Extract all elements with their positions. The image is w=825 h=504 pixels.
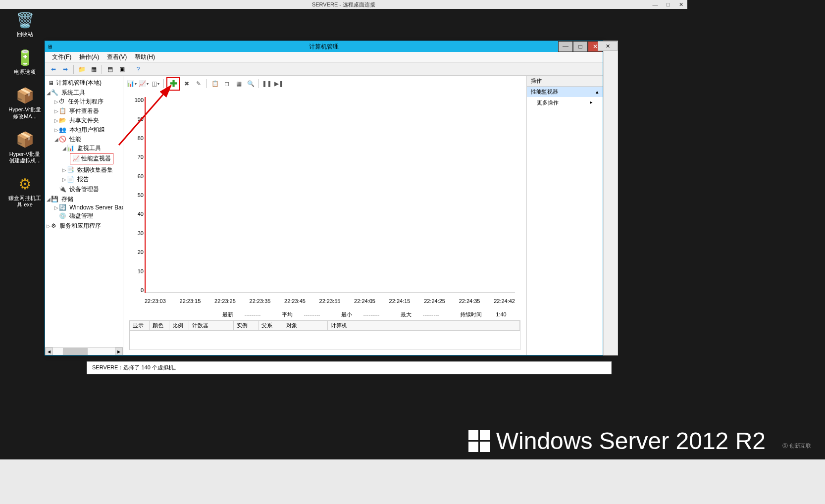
desktop-background: SERVERE - 远程桌面连接 — □ ✕ 🗑️ 回收站 🔋 电源选项 📦 H… (0, 0, 825, 504)
desktop-icon-hyperv-ma[interactable]: 📦 Hyper-Vr批量修改MA... (7, 85, 42, 119)
actions-more[interactable]: 更多操作▸ (527, 97, 603, 108)
navigation-tree[interactable]: 🖥 计算机管理(本地) ◢🔧 系统工具 ▷⏱ 任务计划程序 ▷📋 事件查看器 ▷… (45, 76, 123, 355)
tree-disk-mgmt[interactable]: 磁盘管理 (68, 212, 95, 220)
main-panel: 📊 📈 ◫ ✚ ✖ ✎ 📋 ◻ ▦ 🔍 (123, 76, 526, 355)
tree-root[interactable]: 🖥 计算机管理(本地) (46, 78, 122, 88)
refresh-icon[interactable]: ▣ (116, 64, 127, 75)
windows-server-logo: Windows Server 2012 R2 (468, 427, 766, 454)
properties-icon[interactable]: ▦ (88, 64, 99, 75)
cm-toolbar: ⬅ ➡ 📁 ▦ ▤ ▣ ? (45, 63, 603, 76)
add-counter-highlight: ✚ (166, 77, 180, 91)
counter-table[interactable]: 显示 颜色 比例 计数器 实例 父系 对象 计算机 (129, 320, 520, 350)
cm-title-text: 计算机管理 (309, 43, 339, 51)
tree-performance-monitor[interactable]: 📈 性能监视器 (70, 153, 113, 164)
menu-view[interactable]: 查看(V) (104, 52, 130, 62)
tree-device-manager[interactable]: 设备管理器 (68, 185, 101, 193)
background-close[interactable]: ✕ (598, 41, 618, 51)
actions-header: 操作 (527, 76, 603, 87)
tree-task-scheduler[interactable]: 任务计划程序 (66, 98, 105, 105)
scroll-right-icon[interactable]: ▶ (115, 348, 123, 355)
rdp-minimize[interactable]: — (649, 0, 662, 9)
rdp-window: SERVERE - 远程桌面连接 — □ ✕ 🗑️ 回收站 🔋 电源选项 📦 H… (0, 0, 687, 376)
update-icon[interactable]: ▶❚ (273, 78, 284, 89)
cm-titlebar: 🖥 计算机管理 — □ ✕ (45, 41, 603, 52)
rdp-maximize[interactable]: □ (662, 0, 674, 9)
help-icon[interactable]: ? (133, 64, 144, 75)
scroll-thumb[interactable] (63, 348, 88, 355)
recycle-icon: 🗑️ (15, 10, 35, 30)
tree-monitoring-tools[interactable]: 监视工具 (76, 144, 103, 152)
desktop-icon-tool[interactable]: ⚙ 赚盒网挂机工具.exe (7, 174, 42, 208)
desktop-icon-hyperv-create[interactable]: 📦 Hyper-V批量创建虚拟机... (7, 130, 42, 164)
status-bar: SERVERE：选择了 140 个虚拟机。 (87, 361, 612, 374)
y-axis-labels: 1009080706050403020100 (130, 97, 144, 293)
paste-icon[interactable]: ◻ (221, 78, 232, 89)
properties-icon[interactable]: ▦ (233, 78, 244, 89)
tree-performance[interactable]: 性能 (68, 135, 83, 143)
cm-maximize[interactable]: □ (573, 41, 588, 52)
col-computer[interactable]: 计算机 (328, 321, 520, 330)
archive-icon: 📦 (15, 85, 35, 105)
view-type-icon[interactable]: 📊 (126, 78, 137, 89)
cm-icon: 🖥 (47, 44, 52, 50)
tree-shared-folders[interactable]: 共享文件夹 (68, 116, 101, 124)
collapse-icon: ▴ (596, 89, 599, 95)
desktop-icon-power[interactable]: 🔋 电源选项 (7, 48, 42, 75)
status-text: SERVERE：选择了 140 个虚拟机。 (92, 364, 179, 370)
background-panel: ✕ (603, 41, 618, 355)
tree-wsb[interactable]: Windows Server Back (68, 203, 123, 211)
desktop-icon-recycle[interactable]: 🗑️ 回收站 (7, 10, 42, 38)
cm-minimize[interactable]: — (558, 41, 573, 52)
x-axis-labels: 22:23:0322:23:1522:23:2522:23:3522:23:45… (145, 298, 515, 304)
tree-reports[interactable]: 报告 (76, 175, 91, 183)
col-parent[interactable]: 父系 (258, 321, 283, 330)
rdp-title-text: SERVERE - 远程桌面连接 (312, 1, 375, 8)
view-log-icon[interactable]: ◫ (150, 78, 161, 89)
tree-event-viewer[interactable]: 事件查看器 (68, 107, 101, 115)
windows-icon (468, 430, 490, 452)
col-object[interactable]: 对象 (283, 321, 328, 330)
show-hide-icon[interactable]: 📁 (76, 64, 87, 75)
menu-file[interactable]: 文件(F) (49, 52, 74, 62)
actions-panel: 操作 性能监视器▴ 更多操作▸ (526, 76, 603, 355)
perf-toolbar: 📊 📈 ◫ ✚ ✖ ✎ 📋 ◻ ▦ 🔍 (125, 78, 524, 90)
watermark: Ⓧ 创新互联 (782, 442, 811, 450)
tree-services[interactable]: 服务和应用程序 (58, 222, 103, 230)
freeze-icon[interactable]: ❚❚ (261, 78, 272, 89)
rdp-titlebar: SERVERE - 远程桌面连接 — □ ✕ (0, 0, 687, 9)
zoom-icon[interactable]: 🔍 (245, 78, 256, 89)
tree-local-users[interactable]: 本地用户和组 (68, 126, 106, 134)
stats-row: 最新--------- 平均--------- 最小--------- 最大--… (125, 308, 524, 320)
cm-menubar: 文件(F) 操作(A) 查看(V) 帮助(H) (45, 52, 603, 63)
view-graph-icon[interactable]: 📈 (138, 78, 149, 89)
performance-chart[interactable]: 1009080706050403020100 22:23:0322:23:152… (129, 92, 520, 308)
page-footer-area (0, 459, 825, 504)
col-scale[interactable]: 比例 (169, 321, 189, 330)
archive-icon: 📦 (15, 130, 35, 150)
copy-icon[interactable]: 📋 (209, 78, 220, 89)
delete-counter-icon[interactable]: ✖ (181, 78, 192, 89)
export-icon[interactable]: ▤ (104, 64, 115, 75)
tree-scrollbar[interactable]: ◀ ▶ (45, 347, 123, 355)
col-counter[interactable]: 计数器 (189, 321, 234, 330)
battery-icon: 🔋 (15, 48, 35, 67)
col-color[interactable]: 颜色 (150, 321, 169, 330)
app-icon: ⚙ (15, 174, 35, 194)
col-show[interactable]: 显示 (130, 321, 150, 330)
add-counter-button[interactable]: ✚ (168, 78, 179, 89)
tree-system-tools[interactable]: 系统工具 (60, 89, 87, 97)
highlight-icon[interactable]: ✎ (193, 78, 204, 89)
actions-section[interactable]: 性能监视器▴ (527, 87, 603, 97)
computer-management-window: 🖥 计算机管理 — □ ✕ 文件(F) 操作(A) 查看(V) 帮助(H) ⬅ … (45, 41, 603, 355)
chevron-right-icon: ▸ (590, 99, 593, 106)
tree-data-collector[interactable]: 数据收集器集 (76, 166, 114, 174)
nav-back-icon[interactable]: ⬅ (48, 64, 59, 75)
scroll-left-icon[interactable]: ◀ (45, 348, 53, 355)
col-instance[interactable]: 实例 (234, 321, 258, 330)
rdp-close[interactable]: ✕ (674, 0, 687, 9)
menu-help[interactable]: 帮助(H) (132, 52, 158, 62)
menu-action[interactable]: 操作(A) (76, 52, 102, 62)
tree-storage[interactable]: 存储 (60, 195, 75, 203)
nav-forward-icon[interactable]: ➡ (60, 64, 71, 75)
